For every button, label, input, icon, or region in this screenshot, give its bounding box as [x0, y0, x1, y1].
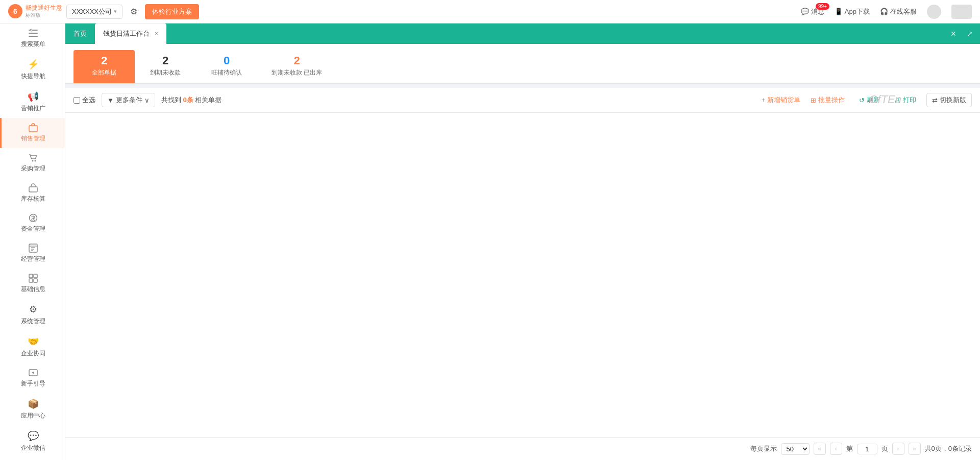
current-page-input[interactable]: [857, 444, 877, 454]
sidebar-item-system[interactable]: ⚙ 系统管理: [0, 299, 65, 331]
stat-tab-wangwang[interactable]: 0 旺辅待确认: [196, 50, 257, 83]
trial-button[interactable]: 体验行业方案: [145, 4, 199, 19]
customer-service-label: 在线客服: [890, 7, 917, 16]
sidebar-item-cooperation[interactable]: 🤝 企业协同: [0, 331, 65, 363]
stat-tab-overdue-outstock[interactable]: 2 到期未收款 已出库: [257, 50, 336, 83]
app-download-label: App下载: [845, 7, 870, 16]
stat-label-all: 全部单据: [92, 68, 116, 77]
sidebar-item-capital[interactable]: 资金管理: [0, 208, 65, 238]
per-page-select[interactable]: 50 10 20 100: [781, 443, 810, 455]
app-center-icon: 📦: [28, 398, 39, 409]
refresh-icon: ↺: [859, 96, 865, 104]
found-prefix: 共找到: [161, 96, 181, 104]
switch-version-button[interactable]: ⇄ 切换新版: [926, 93, 972, 107]
svg-rect-14: [29, 274, 33, 278]
message-badge: 99+: [816, 3, 829, 10]
sidebar-label-cooperation: 企业协同: [21, 349, 45, 358]
tab-home[interactable]: 首页: [65, 23, 95, 44]
guide-icon: [29, 368, 38, 377]
system-icon: ⚙: [29, 304, 37, 315]
sidebar-label-wechat: 企业微信: [21, 444, 45, 452]
sidebar-label-sales: 销售管理: [21, 134, 45, 143]
sidebar-label-inventory: 库存核算: [21, 195, 45, 203]
stat-number-wangwang: 0: [224, 54, 230, 67]
batch-icon: ⊞: [811, 96, 816, 104]
svg-rect-17: [34, 279, 37, 282]
sidebar-item-quick-nav[interactable]: ⚡ 快捷导航: [0, 54, 65, 86]
sidebar-item-guide[interactable]: 新手引导: [0, 363, 65, 393]
company-dropdown-arrow: ▾: [114, 8, 117, 15]
per-page-label: 每页显示: [750, 444, 777, 453]
basic-info-icon: [29, 274, 38, 283]
new-sale-button[interactable]: + 新增销货单: [762, 95, 800, 105]
sidebar-label-marketing: 营销推广: [21, 104, 45, 113]
svg-point-6: [35, 160, 36, 162]
sidebar-item-inventory[interactable]: 库存核算: [0, 178, 65, 208]
sidebar-item-purchase[interactable]: 采购管理: [0, 148, 65, 178]
sidebar-label-guide: 新手引导: [21, 379, 45, 388]
select-all-checkbox-container[interactable]: 全选: [74, 95, 95, 105]
sidebar: 搜索菜单 ⚡ 快捷导航 📢 营销推广 销售管理 采购管理 库存核算: [0, 23, 65, 460]
first-page-button[interactable]: «: [814, 443, 826, 455]
sidebar-label-purchase: 采购管理: [21, 164, 45, 173]
company-selector[interactable]: XXXXXX公司 ▾: [66, 5, 122, 19]
next-page-button[interactable]: ›: [892, 443, 904, 455]
sidebar-item-basic-info[interactable]: 基础信息: [0, 269, 65, 299]
header-right: 💬 消息 99+ 📱 App下载 🎧 在线客服: [801, 5, 972, 19]
purchase-icon: [29, 153, 38, 162]
prev-page-button[interactable]: ‹: [830, 443, 842, 455]
sidebar-item-marketing[interactable]: 📢 营销推广: [0, 86, 65, 118]
batch-label: 批量操作: [818, 95, 845, 105]
app-subtitle: 标准版: [26, 12, 62, 19]
logo-text-area: 畅捷通好生意 标准版: [26, 4, 62, 18]
marketing-icon: 📢: [28, 91, 39, 102]
found-suffix: 相关单据: [195, 96, 222, 104]
logo-icon: 6: [8, 4, 22, 18]
stat-tab-all[interactable]: 2 全部单据: [74, 50, 135, 83]
svg-rect-9: [29, 244, 37, 252]
user-name-area[interactable]: [951, 5, 972, 19]
print-button[interactable]: 🖨 打印: [890, 93, 920, 107]
print-icon: 🖨: [894, 96, 901, 104]
main-layout: 搜索菜单 ⚡ 快捷导航 📢 营销推广 销售管理 采购管理 库存核算: [0, 23, 980, 460]
sidebar-item-search-menu[interactable]: 搜索菜单: [0, 23, 65, 54]
customer-service-button[interactable]: 🎧 在线客服: [880, 7, 917, 16]
message-button[interactable]: 💬 消息 99+: [801, 7, 824, 16]
stat-label-wangwang: 旺辅待确认: [211, 68, 242, 77]
filter-label: 更多条件: [116, 95, 142, 105]
tab-bar-actions: ✕ ⤢: [947, 28, 980, 40]
tab-cashflow-label: 钱货日清工作台: [103, 29, 150, 38]
avatar[interactable]: [927, 5, 941, 19]
sidebar-item-app-center[interactable]: 📦 应用中心: [0, 393, 65, 425]
sidebar-item-operation[interactable]: 经营管理: [0, 238, 65, 269]
total-info: 共0页，0条记录: [925, 444, 972, 453]
filter-button[interactable]: ▼ 更多条件 ∨: [102, 93, 155, 107]
switch-icon: ⇄: [932, 96, 938, 104]
sidebar-item-sales[interactable]: 销售管理: [0, 118, 65, 148]
sidebar-item-wechat[interactable]: 💬 企业微信: [0, 425, 65, 457]
tab-action-close[interactable]: ✕: [947, 28, 960, 40]
last-page-button[interactable]: »: [909, 443, 921, 455]
content-area: 2 全部单据 2 到期未收款 0 旺辅待确认 2 到期未收款 已出库: [65, 44, 980, 460]
inventory-icon: [29, 183, 38, 192]
stat-number-overdue-outstock: 2: [294, 54, 300, 67]
tab-close-cashflow[interactable]: ×: [155, 30, 158, 37]
select-all-checkbox[interactable]: [74, 97, 80, 104]
sidebar-item-member[interactable]: V 畅会员: [0, 457, 65, 460]
settings-button[interactable]: ⚙: [127, 5, 141, 19]
app-download-button[interactable]: 📱 App下载: [835, 7, 870, 16]
search-menu-icon: [29, 29, 38, 38]
filter-icon: ▼: [107, 96, 114, 104]
tab-action-maximize[interactable]: ⤢: [964, 28, 976, 40]
refresh-button[interactable]: ↺ 刷新: [855, 93, 884, 107]
tab-cashflow[interactable]: 钱货日清工作台 ×: [95, 23, 166, 44]
batch-operation-button[interactable]: ⊞ 批量操作: [806, 93, 849, 107]
stat-label-overdue: 到期未收款: [150, 68, 181, 77]
page-suffix: 页: [881, 444, 888, 453]
sales-icon: [29, 123, 38, 132]
sidebar-label-app-center: 应用中心: [21, 411, 45, 420]
app-title: 畅捷通好生意: [26, 4, 62, 11]
stat-tab-overdue[interactable]: 2 到期未收款: [135, 50, 196, 83]
header-left: 6 畅捷通好生意 标准版 XXXXXX公司 ▾ ⚙ 体验行业方案: [8, 4, 199, 19]
tab-bar: 首页 钱货日清工作台 × ✕ ⤢: [65, 23, 980, 44]
